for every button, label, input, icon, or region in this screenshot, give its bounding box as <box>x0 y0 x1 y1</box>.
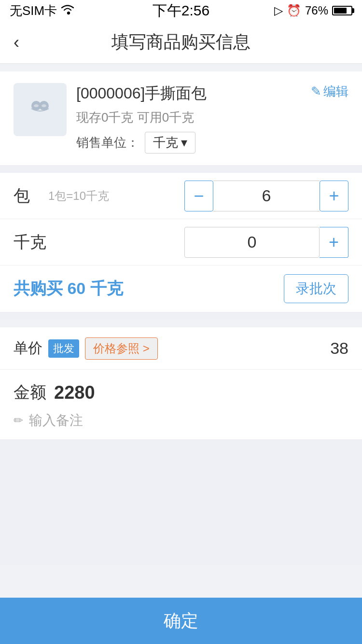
status-bar: 无SIM卡 下午2:56 ▷ ⏰ 76% <box>0 0 362 21</box>
wifi-icon <box>61 3 74 18</box>
dropdown-icon: ▾ <box>181 135 187 150</box>
alarm-icon: ⏰ <box>287 4 301 17</box>
qty-input-bao[interactable] <box>213 181 320 211</box>
page-title: 填写商品购买信息 <box>111 30 251 54</box>
qty-label-kg: 千克 <box>14 231 46 253</box>
unit-value: 千克 <box>153 134 178 151</box>
batch-button[interactable]: 录批次 <box>284 274 348 303</box>
carrier-label: 无SIM卡 <box>10 2 57 19</box>
qty-controls-bao: − + <box>184 181 348 211</box>
product-unit-row: 销售单位： 千克 ▾ <box>76 132 348 154</box>
confirm-button[interactable]: 确定 <box>0 598 362 644</box>
price-label: 单价 <box>14 338 42 358</box>
svg-point-2 <box>34 104 39 107</box>
summary-text: 共购买 60 千克 <box>14 278 123 300</box>
product-stock: 现存0千克 可用0千克 <box>76 109 348 126</box>
quantity-row-bao: 包 1包=10千克 − + <box>0 173 362 219</box>
amount-label: 金额 <box>14 381 46 404</box>
back-button[interactable]: ‹ <box>14 32 19 53</box>
qty-controls-kg: + <box>184 227 348 258</box>
product-thumbnail <box>14 83 67 136</box>
summary-unit: 千克 <box>90 279 123 297</box>
edit-label: 编辑 <box>323 83 348 100</box>
unit-label: 销售单位： <box>76 134 139 151</box>
price-row: 单价 批发 价格参照 > 38 <box>0 327 362 370</box>
unit-select[interactable]: 千克 ▾ <box>145 132 195 154</box>
qty-input-kg[interactable] <box>184 227 320 258</box>
qty-minus-button[interactable]: − <box>184 181 213 211</box>
qty-hint-bao: 1包=10千克 <box>48 188 184 204</box>
amount-row: 金额 2280 <box>14 381 348 404</box>
status-left: 无SIM卡 <box>10 2 74 19</box>
status-time: 下午2:56 <box>153 1 209 21</box>
qty-label-bao: 包 <box>14 185 42 207</box>
summary-amount: 60 <box>67 279 90 297</box>
edit-icon: ✎ <box>311 84 321 99</box>
svg-point-3 <box>42 104 46 107</box>
amount-section: 金额 2280 ✏ 输入备注 <box>0 370 362 439</box>
product-name: [0000006]手撕面包 <box>76 83 311 104</box>
divider-2 <box>0 312 362 320</box>
product-name-row: [0000006]手撕面包 ✎ 编辑 <box>76 83 348 104</box>
summary-row: 共购买 60 千克 录批次 <box>0 266 362 312</box>
divider-1 <box>0 165 362 173</box>
note-row[interactable]: ✏ 输入备注 <box>14 411 348 430</box>
battery-pct: 76% <box>305 4 328 17</box>
amount-value: 2280 <box>54 382 95 403</box>
battery-icon <box>332 6 352 15</box>
product-info: [0000006]手撕面包 ✎ 编辑 现存0千克 可用0千克 销售单位： 千克 … <box>76 83 348 154</box>
price-ref-button[interactable]: 价格参照 > <box>85 337 158 360</box>
content-body <box>0 439 362 565</box>
product-card: [0000006]手撕面包 ✎ 编辑 现存0千克 可用0千克 销售单位： 千克 … <box>0 71 362 165</box>
qty-plus-button[interactable]: + <box>320 181 348 211</box>
edit-button[interactable]: ✎ 编辑 <box>311 83 348 100</box>
price-section: 单价 批发 价格参照 > 38 <box>0 327 362 370</box>
quantity-row-kg: 千克 + <box>0 219 362 266</box>
note-placeholder: 输入备注 <box>29 411 83 430</box>
location-icon: ▷ <box>274 4 283 17</box>
pencil-icon: ✏ <box>14 414 23 427</box>
qty-plus-kg-button[interactable]: + <box>320 227 348 258</box>
nav-bar: ‹ 填写商品购买信息 <box>0 21 362 64</box>
price-tag: 批发 <box>48 339 79 358</box>
quantity-section: 包 1包=10千克 − + 千克 + <box>0 173 362 266</box>
price-value: 38 <box>330 339 348 358</box>
status-right: ▷ ⏰ 76% <box>274 4 352 17</box>
summary-prefix: 共购买 <box>14 279 67 297</box>
